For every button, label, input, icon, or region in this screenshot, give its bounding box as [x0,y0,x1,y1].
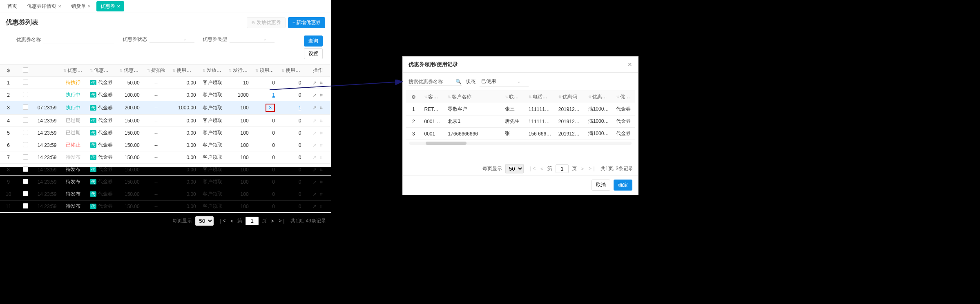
row-checkbox-cell[interactable] [17,101,33,115]
search-icon[interactable]: 🔍 [455,79,462,84]
col-cust-name[interactable]: ⇅客户名称 [444,91,501,103]
close-icon[interactable]: ✕ [117,4,120,9]
table-row[interactable]: 11 14 23:59 待发布 代代金券 150.00 -- 0.00 客户领取… [0,200,331,213]
col-gear[interactable]: ⚙ [406,91,421,103]
checkbox[interactable] [23,104,28,110]
checkbox[interactable] [23,67,28,73]
qrcode-icon[interactable]: ⌗ [320,80,323,86]
next-page-icon[interactable]: > [270,218,275,224]
settings-button[interactable]: 设置 [304,48,323,59]
row-checkbox-cell[interactable] [17,127,33,139]
row-checkbox-cell[interactable] [17,200,33,213]
col-phone[interactable]: ⇅电话号码 [525,91,555,103]
table-row[interactable]: 7 14 23:59 待发布 代代金券 150.00 -- 0.00 客户领取 … [0,151,331,164]
cancel-button[interactable]: 取消 [592,180,610,191]
table-row[interactable]: 9 14 23:59 待发布 代代金券 150.00 -- 0.00 客户领取 … [0,176,331,188]
search-input[interactable] [409,79,449,84]
share-icon[interactable]: ↗ [313,118,317,124]
col-select-all[interactable] [17,64,33,77]
checkbox[interactable] [23,191,28,196]
share-icon[interactable]: ↗ [313,105,317,111]
horizontal-scrollbar[interactable] [409,142,632,145]
table-row[interactable]: 2 00010001 北京1 唐先生 11111111111 20191207O… [406,115,635,128]
table-row[interactable]: 3 07 23:59 执行中 代代金券 200.00 -- 1000.00 客户… [0,101,331,115]
col-claim-qty[interactable]: ⇅领用数量 [252,64,278,77]
qrcode-icon[interactable]: ⌗ [320,142,323,148]
table-row[interactable]: 8 14 23:59 待发布 代代金券 150.00 -- 0.00 客户领取 … [0,164,331,176]
status-select[interactable]: 已使用 ⌄ [480,77,529,87]
qrcode-icon[interactable]: ⌗ [320,179,323,185]
row-checkbox-cell[interactable] [17,115,33,127]
page-input[interactable] [246,217,259,225]
col-face-value[interactable]: ⇅优惠券面值 [116,64,143,77]
qrcode-icon[interactable]: ⌗ [320,191,323,197]
tab-coupon[interactable]: 优惠券✕ [96,1,124,11]
tab-coupon-detail[interactable]: 优惠券详情页✕ [23,1,65,11]
scrollbar-thumb[interactable] [426,142,467,145]
table-row[interactable]: 6 14 23:59 已终止 代代金券 150.00 -- 0.00 客户领取 … [0,139,331,151]
row-checkbox-cell[interactable] [17,139,33,151]
last-page-icon[interactable]: >｜ [588,165,597,172]
claim-link[interactable]: 1 [272,92,275,98]
row-checkbox-cell[interactable] [17,188,33,200]
row-checkbox-cell[interactable] [17,77,33,89]
checkbox[interactable] [23,92,28,97]
coupon-type-select[interactable]: ⌄ [230,36,275,43]
checkbox[interactable] [23,166,28,172]
checkbox[interactable] [23,130,28,135]
row-checkbox-cell[interactable] [17,151,33,164]
checkbox[interactable] [23,203,28,209]
row-checkbox-cell[interactable] [17,89,33,101]
last-page-icon[interactable]: >｜ [278,217,287,224]
row-checkbox-cell[interactable] [17,164,33,176]
checkbox[interactable] [23,80,28,85]
distribute-coupon-button[interactable]: ⊕ 发放优惠券 [247,17,286,28]
share-icon[interactable]: ↗ [313,204,317,209]
checkbox[interactable] [23,154,28,160]
share-icon[interactable]: ↗ [313,92,317,98]
next-page-icon[interactable]: > [580,166,585,172]
col-discount[interactable]: ⇅折扣% [143,64,169,77]
table-row[interactable]: 1 待执行 代代金券 50.00 -- 0.00 客户领取 10 0 0 ↗⌗ [0,77,331,89]
share-icon[interactable]: ↗ [313,155,317,160]
tab-home[interactable]: 首页 [3,1,21,11]
close-icon[interactable]: ✕ [87,4,91,9]
qrcode-icon[interactable]: ⌗ [320,118,323,124]
col-subject[interactable]: ⇅优惠主题 [585,91,613,103]
qrcode-icon[interactable]: ⌗ [320,105,323,111]
first-page-icon[interactable]: ｜< [527,165,536,172]
claim-link[interactable]: 3 [269,105,272,111]
col-cust-no[interactable]: ⇅客户... [421,91,444,103]
table-row[interactable]: 3 0001 17666666666 张 156 6666 ... 201912… [406,128,635,140]
table-row[interactable]: 5 14 23:59 已过期 代代金券 150.00 -- 0.00 客户领取 … [0,127,331,139]
share-icon[interactable]: ↗ [313,130,317,136]
checkbox[interactable] [23,142,28,147]
page-size-select[interactable]: 50 [505,164,524,173]
qrcode-icon[interactable]: ⌗ [320,155,323,160]
share-icon[interactable]: ↗ [313,167,317,173]
qrcode-icon[interactable]: ⌗ [320,92,323,98]
page-input[interactable] [556,164,569,173]
use-link[interactable]: 1 [299,105,301,111]
table-row[interactable]: 10 14 23:59 待发布 代代金券 150.00 -- 0.00 客户领取… [0,188,331,200]
page-size-select[interactable]: 50 [195,216,214,226]
coupon-status-select[interactable]: ⌄ [150,36,194,43]
table-row[interactable]: 4 14 23:59 已过期 代代金券 150.00 -- 0.00 客户领取 … [0,115,331,127]
prev-page-icon[interactable]: < [540,166,544,172]
share-icon[interactable]: ↗ [313,142,317,148]
close-icon[interactable]: ✕ [58,4,61,9]
first-page-icon[interactable]: ｜< [217,217,226,224]
col-threshold[interactable]: ⇅使用门槛... [169,64,199,77]
checkbox[interactable] [23,118,28,123]
prev-page-icon[interactable]: < [230,218,234,224]
table-row[interactable]: 2 执行中 代代金券 100.00 -- 0.00 客户领取 1000 1 0 … [0,89,331,101]
add-coupon-button[interactable]: +新增优惠券 [288,17,325,28]
table-row[interactable]: 1 RETAIL... 零散客户 张三 11111111111 20191207… [406,103,635,115]
row-checkbox-cell[interactable] [17,176,33,188]
col-contact[interactable]: ⇅联系人 [502,91,525,103]
coupon-name-input[interactable] [43,36,114,44]
col-coupon-type[interactable]: ⇅优惠券类 [613,91,635,103]
qrcode-icon[interactable]: ⌗ [320,167,323,173]
close-icon[interactable]: ✕ [627,61,632,68]
confirm-button[interactable]: 确定 [614,180,632,191]
